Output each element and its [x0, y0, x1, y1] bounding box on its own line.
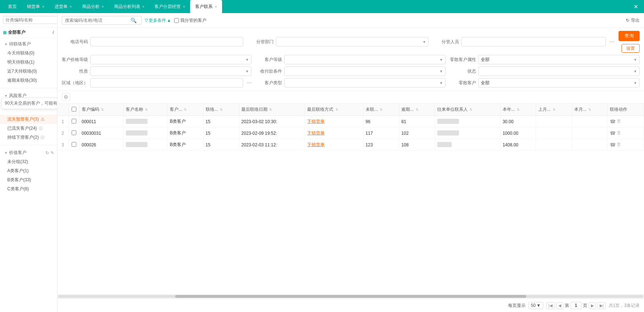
my-customers-check[interactable] [174, 18, 179, 23]
row-checkbox-1[interactable] [72, 119, 76, 123]
sidebar-search-input[interactable] [3, 16, 57, 24]
row-checkbox-3[interactable] [72, 142, 76, 147]
tab-bar: 首页 销货单 × 进货单 × 商品分析 × 商品分析列表 × 客户分层经营 × … [0, 0, 644, 13]
main-search-input[interactable] [65, 18, 130, 23]
tab-sales[interactable]: 销货单 × [22, 0, 49, 13]
person-select[interactable] [461, 37, 605, 46]
next-page-btn[interactable]: ▶ [589, 302, 596, 309]
cell-last-month-1 [536, 116, 572, 127]
first-page-btn[interactable]: |◀ [546, 302, 555, 309]
tab-close-customer-contact[interactable]: × [215, 5, 217, 9]
person-more-icon[interactable]: ··· [609, 39, 614, 45]
prev-page-btn[interactable]: ◀ [556, 302, 563, 309]
th-type[interactable]: 客户... ⇅ [168, 104, 203, 116]
price-level-select[interactable]: ▼ [90, 55, 251, 64]
tab-customer-layer[interactable]: 客户分层经营 × [149, 0, 190, 13]
th-overdue[interactable]: 逾期... ⇅ [399, 104, 435, 116]
sidebar-item-7days[interactable]: 近7天待联络(0) [0, 67, 57, 76]
settings-button[interactable]: 设置 [621, 44, 640, 53]
sidebar-group-title-value[interactable]: ▼ 价值客户 ↻ ✎ [0, 148, 57, 157]
th-uncontacted[interactable]: 未联... ⇅ [363, 104, 399, 116]
refresh-icon-value[interactable]: ↻ [45, 150, 49, 155]
select-all-checkbox[interactable] [72, 107, 76, 112]
sidebar-item-class-b[interactable]: B类客户(33) [0, 175, 57, 185]
scroll-thumb[interactable] [175, 295, 526, 298]
cell-last-method-3[interactable]: 下销货单 [305, 139, 363, 151]
th-last-month[interactable]: 上月... ⇅ [536, 104, 572, 116]
tab-close-customer-layer[interactable]: × [183, 5, 185, 9]
tab-customer-contact[interactable]: 客户联系 × [190, 0, 222, 13]
th-this-year[interactable]: 本年... ⇅ [500, 104, 536, 116]
row-checkbox-2[interactable] [72, 130, 76, 135]
tab-analysis-list[interactable]: 商品分析列表 × [109, 0, 150, 13]
th-last-method[interactable]: 最后联络方式 ⇅ [305, 104, 363, 116]
horizontal-scrollbar[interactable] [57, 294, 644, 299]
warning-icon: ⚠ [41, 117, 45, 122]
cell-uncontacted-3: 123 [363, 139, 399, 151]
tab-home[interactable]: 首页 [3, 0, 22, 13]
sidebar-item-today[interactable]: 今天待联络(0) [0, 49, 57, 58]
sidebar-item-tomorrow[interactable]: 明天待联络(1) [0, 58, 57, 67]
edit-icon-value[interactable]: ✎ [51, 150, 54, 155]
tab-close-analysis[interactable]: × [102, 5, 104, 9]
zero-customer-select[interactable]: 全部▼ [478, 78, 640, 88]
export-button[interactable]: ↻ 导出 [626, 17, 640, 24]
query-button[interactable]: 查询 [619, 31, 640, 41]
window-close-button[interactable]: ✕ [631, 3, 641, 10]
action-more-icon-2[interactable]: ⠿ [617, 130, 621, 136]
sidebar-item-class-c[interactable]: C类客户(6) [0, 185, 57, 194]
region-more-icon[interactable]: ··· [247, 80, 251, 86]
action-more-icon-1[interactable]: ⠿ [617, 119, 621, 124]
th-this-month[interactable]: 本月... ⇅ [572, 104, 607, 116]
page-input[interactable] [571, 302, 581, 309]
tab-close-purchase[interactable]: × [70, 5, 72, 9]
collapse-icon: 《 [51, 30, 54, 35]
sidebar-item-lost[interactable]: 已流失客户(24) ⓘ [0, 124, 57, 133]
sidebar-item-declining[interactable]: 持续下滑客户(2) ⓘ [0, 133, 57, 142]
customer-level-select[interactable]: ▼ [284, 55, 446, 64]
status-select[interactable]: ▼ [478, 66, 640, 76]
all-customers-header[interactable]: ⊞ 全部客户 《 [0, 27, 57, 38]
zero-attr-select[interactable]: 全部▼ [478, 55, 640, 64]
table-settings-gear[interactable]: ⚙ [62, 93, 70, 101]
page-size-select[interactable]: 50 ▼ [528, 302, 543, 309]
my-customers-checkbox[interactable]: 我分管的客户 [174, 17, 206, 24]
sidebar-item-class-a[interactable]: A类客户(1) [0, 166, 57, 175]
tab-close-sales[interactable]: × [42, 5, 44, 9]
cell-last-month-3 [536, 139, 572, 151]
cell-checkbox-2[interactable] [68, 127, 79, 139]
action-more-icon-3[interactable]: ⠿ [617, 142, 621, 147]
payment-select[interactable]: ▼ [284, 66, 446, 76]
tab-purchase[interactable]: 进货单 × [49, 0, 77, 13]
nature-select[interactable]: ▼ [90, 66, 251, 76]
more-conditions-btn[interactable]: ▽ 更多条件 ▲ [145, 17, 171, 24]
sort-icon-code: ⇅ [101, 108, 104, 112]
action-call-icon-1[interactable]: ☎ [610, 119, 616, 124]
region-select[interactable] [90, 78, 243, 88]
dept-select[interactable]: ▼ [276, 37, 429, 46]
cell-checkbox-3[interactable] [68, 139, 79, 151]
last-page-btn[interactable]: ▶| [597, 302, 606, 309]
action-call-icon-3[interactable]: ☎ [610, 142, 616, 147]
sidebar-item-loss-warning[interactable]: 流失预警客户(3) ⚠ [0, 115, 57, 124]
cell-last-method-2[interactable]: 下销货单 [305, 127, 363, 139]
sidebar-item-overdue[interactable]: 逾期未联络(30) [0, 76, 57, 85]
th-code[interactable]: 客户编码 ⇅ [79, 104, 123, 116]
phone-input[interactable] [90, 37, 243, 46]
action-call-icon-2[interactable]: ☎ [610, 130, 616, 136]
tab-analysis[interactable]: 商品分析 × [77, 0, 109, 13]
filter-row-1: 电话号码 分管部门 ▼ 分管人员 ··· 查询 [62, 31, 640, 53]
th-contact[interactable]: 联络... ⇅ [203, 104, 239, 116]
main-search-icon[interactable]: 🔍 [130, 17, 137, 23]
sidebar-item-ungroup[interactable]: 未分组(32) [0, 157, 57, 166]
filter-customer-level: 客户等级 ▼ [256, 55, 446, 64]
tab-close-analysis-list[interactable]: × [142, 5, 145, 9]
cell-last-method-1[interactable]: 下销货单 [305, 116, 363, 127]
th-name[interactable]: 客户名称 ⇅ [123, 104, 167, 116]
customer-type-select[interactable]: ▼ [284, 78, 446, 88]
scroll-track[interactable] [58, 295, 643, 298]
th-contact-person[interactable]: 往来单位联系人 ⇅ [435, 104, 500, 116]
sidebar-group-title-pending[interactable]: ▼ 待联络客户 [0, 40, 57, 49]
th-last-date[interactable]: 最后联络日期 ⇅ [239, 104, 305, 116]
cell-checkbox-1[interactable] [68, 116, 79, 127]
